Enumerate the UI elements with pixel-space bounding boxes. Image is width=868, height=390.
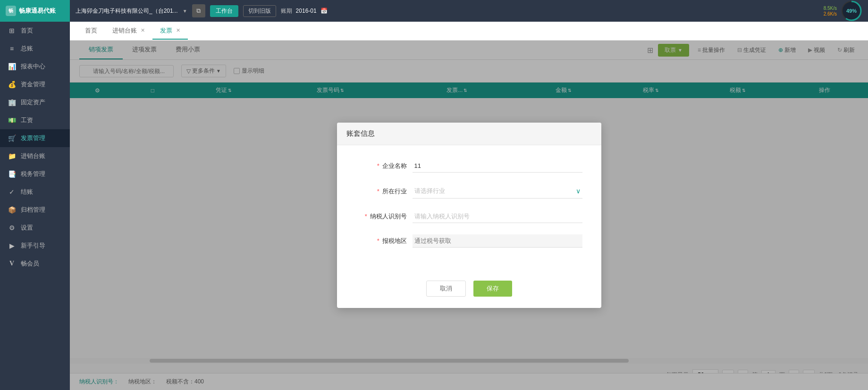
required-star-3: * bbox=[365, 213, 367, 220]
dropdown-arrow-icon[interactable]: ▼ bbox=[183, 8, 187, 14]
topbar-right: 8.5K/s 2.6K/s 49% bbox=[824, 0, 862, 22]
required-star-4: * bbox=[377, 237, 379, 244]
sidebar-item-home[interactable]: ⊞ 首页 bbox=[0, 22, 70, 40]
sidebar-item-label: 工资 bbox=[21, 116, 33, 124]
sidebar-item-invoices[interactable]: 🛒 发票管理 bbox=[0, 129, 70, 147]
tab-home[interactable]: 首页 bbox=[77, 23, 105, 40]
invoice-mgmt-icon: 🛒 bbox=[8, 134, 16, 142]
sidebar-item-label: 固定资产 bbox=[21, 98, 45, 107]
company-name-row: * 企业名称 bbox=[356, 159, 582, 173]
main-area: 上海卯金刀电子科技有限公司_（台201... ▼ ⧉ 工作台 切到旧版 账期 2… bbox=[70, 0, 868, 390]
tax-id-label: * 纳税人识别号 bbox=[356, 212, 413, 221]
assets-icon: 🏢 bbox=[8, 98, 16, 107]
speed-display: 8.5K/s 2.6K/s bbox=[824, 6, 837, 17]
save-button[interactable]: 保存 bbox=[473, 281, 512, 297]
speed-circle-widget: 49% bbox=[841, 0, 862, 22]
reports-icon: 📊 bbox=[8, 62, 16, 71]
app-logo: 畅 畅康通易代账 bbox=[0, 0, 70, 22]
sidebar-item-label: 首页 bbox=[21, 26, 33, 35]
industry-select-placeholder: 请选择行业 bbox=[414, 187, 576, 195]
required-star: * bbox=[377, 162, 379, 169]
sidebar-item-reports[interactable]: 📊 报表中心 bbox=[0, 58, 70, 75]
sidebar-item-tax[interactable]: 📑 税务管理 bbox=[0, 165, 70, 183]
sidebar-item-guide[interactable]: ▶ 新手引导 bbox=[0, 237, 70, 255]
company-name: 上海卯金刀电子科技有限公司_（台201... bbox=[76, 7, 178, 15]
archive-icon: 📦 bbox=[8, 206, 16, 214]
sidebar-item-label: 结账 bbox=[21, 188, 33, 196]
tax-area-input bbox=[413, 234, 582, 248]
guide-icon: ▶ bbox=[8, 241, 16, 250]
download-speed: 2.6K/s bbox=[824, 11, 837, 17]
tab-invoice-label: 发票 bbox=[160, 26, 172, 35]
tax-icon: 📑 bbox=[8, 170, 16, 178]
sidebar-item-settings[interactable]: ⚙ 设置 bbox=[0, 219, 70, 237]
required-star-2: * bbox=[377, 188, 379, 195]
sidebar-item-ledger[interactable]: ≡ 总账 bbox=[0, 40, 70, 58]
sidebar-item-archive[interactable]: 📦 归档管理 bbox=[0, 201, 70, 219]
tax-id-row: * 纳税人识别号 bbox=[356, 210, 582, 223]
upload-speed: 8.5K/s bbox=[824, 6, 837, 11]
sidebar-item-salary[interactable]: 💵 工资 bbox=[0, 111, 70, 129]
company-name-input[interactable] bbox=[413, 159, 582, 173]
app-name: 畅康通易代账 bbox=[19, 7, 56, 15]
speed-percent: 49% bbox=[846, 8, 857, 14]
tax-area-row: * 报税地区 bbox=[356, 234, 582, 248]
modal-overlay: 账套信息 * 企业名称 * 所在行 bbox=[70, 41, 868, 390]
tab-purchase-sales[interactable]: 进销台账 ✕ bbox=[105, 23, 152, 40]
funds-icon: 💰 bbox=[8, 80, 16, 89]
cancel-button[interactable]: 取消 bbox=[426, 281, 466, 297]
topbar: 上海卯金刀电子科技有限公司_（台201... ▼ ⧉ 工作台 切到旧版 账期 2… bbox=[70, 0, 868, 22]
calendar-icon[interactable]: 📅 bbox=[320, 8, 328, 14]
logo-icon: 畅 bbox=[6, 6, 16, 16]
tax-id-input[interactable] bbox=[413, 210, 582, 223]
sidebar-item-assets[interactable]: 🏢 固定资产 bbox=[0, 93, 70, 111]
period-label: 账期 bbox=[281, 7, 292, 15]
workbench-button[interactable]: 工作台 bbox=[210, 5, 238, 17]
sidebar-item-label: 税务管理 bbox=[21, 170, 45, 178]
industry-row: * 所在行业 请选择行业 ∨ bbox=[356, 184, 582, 199]
sidebar-item-label: 进销台账 bbox=[21, 152, 45, 160]
industry-label: * 所在行业 bbox=[356, 187, 413, 196]
modal-title-bar: 账套信息 bbox=[337, 123, 601, 145]
sidebar-item-purchase-sales[interactable]: 📁 进销台账 bbox=[0, 147, 70, 165]
sidebar-item-label: 畅会员 bbox=[21, 259, 39, 268]
tab-invoice[interactable]: 发票 ✕ bbox=[152, 23, 188, 40]
settings-icon: ⚙ bbox=[8, 224, 16, 232]
modal-title: 账套信息 bbox=[346, 129, 375, 137]
sidebar: 畅 畅康通易代账 ⊞ 首页 ≡ 总账 📊 报表中心 💰 资金管理 🏢 固定资产 … bbox=[0, 0, 70, 390]
tax-area-label: * 报税地区 bbox=[356, 237, 413, 245]
tab-invoice-close-icon[interactable]: ✕ bbox=[176, 27, 180, 33]
home-icon: ⊞ bbox=[8, 26, 16, 35]
period-value: 2016-01 bbox=[296, 8, 317, 14]
close-accounts-icon: ✓ bbox=[8, 188, 16, 196]
tab-home-label: 首页 bbox=[85, 26, 97, 35]
salary-icon: 💵 bbox=[8, 116, 16, 124]
sidebar-item-label: 新手引导 bbox=[21, 241, 45, 250]
sidebar-item-label: 归档管理 bbox=[21, 206, 45, 214]
vip-icon: V bbox=[8, 259, 16, 268]
sidebar-item-funds[interactable]: 💰 资金管理 bbox=[0, 75, 70, 93]
industry-dropdown-icon: ∨ bbox=[576, 187, 581, 195]
tab-ps-close-icon[interactable]: ✕ bbox=[141, 27, 145, 33]
sidebar-item-label: 发票管理 bbox=[21, 134, 45, 142]
sidebar-item-label: 设置 bbox=[21, 224, 33, 232]
sidebar-item-vip[interactable]: V 畅会员 bbox=[0, 255, 70, 273]
nav-tabbar: 首页 进销台账 ✕ 发票 ✕ bbox=[70, 22, 868, 41]
content-area: 销项发票 进项发票 费用小票 ⊞ 取票 ▼ ≡ 批量操作 bbox=[70, 41, 868, 390]
account-info-modal: 账套信息 * 企业名称 * 所在行 bbox=[337, 123, 601, 308]
copy-button[interactable]: ⧉ bbox=[192, 4, 205, 17]
industry-select[interactable]: 请选择行业 ∨ bbox=[413, 184, 582, 199]
old-version-button[interactable]: 切到旧版 bbox=[243, 5, 276, 17]
purchase-sales-icon: 📁 bbox=[8, 152, 16, 160]
sidebar-item-label: 总账 bbox=[21, 44, 33, 53]
ledger-icon: ≡ bbox=[8, 44, 16, 53]
tab-ps-label: 进销台账 bbox=[112, 26, 137, 35]
modal-footer: 取消 保存 bbox=[337, 273, 601, 308]
sidebar-item-close-accounts[interactable]: ✓ 结账 bbox=[0, 183, 70, 201]
sidebar-item-label: 资金管理 bbox=[21, 80, 45, 89]
period-display: 账期 2016-01 📅 bbox=[281, 7, 328, 15]
company-name-label: * 企业名称 bbox=[356, 162, 413, 170]
modal-body: * 企业名称 * 所在行业 请选择行业 ∨ bbox=[337, 145, 601, 273]
sidebar-item-label: 报表中心 bbox=[21, 62, 45, 71]
